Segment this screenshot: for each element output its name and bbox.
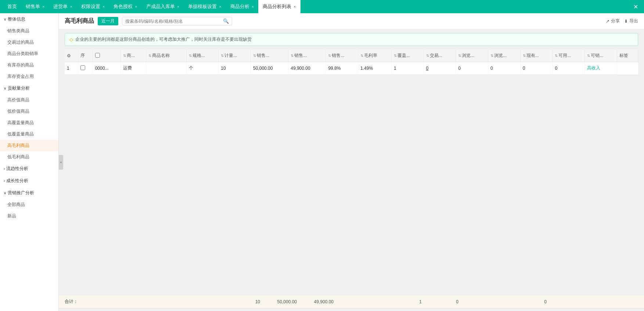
table-settings-header[interactable]: ⚙: [65, 50, 78, 62]
sidebar-group-流趋性分析[interactable]: ›流趋性分析: [0, 163, 58, 175]
info-icon: ◇: [69, 37, 73, 42]
sort-icon: ⇅: [587, 54, 590, 58]
table-col-5[interactable]: ⇅计量...: [219, 50, 251, 62]
arrow-down-icon: ∨: [4, 191, 6, 195]
sidebar-item-低价值商品[interactable]: 低价值商品: [0, 106, 58, 117]
sidebar-item-库存资金占用[interactable]: 库存资金占用: [0, 71, 58, 82]
arrow-down-icon: ∨: [4, 86, 6, 90]
search-input[interactable]: [125, 19, 223, 24]
sidebar-item-高价值商品[interactable]: 高价值商品: [0, 94, 58, 106]
nav-close-icon[interactable]: ×: [294, 4, 296, 9]
nav-close-icon[interactable]: ×: [219, 4, 221, 9]
row-spec: [146, 62, 186, 75]
nav-close-icon[interactable]: ×: [135, 4, 137, 9]
nav-item-单据模板设置[interactable]: 单据模板设置 ×: [184, 0, 226, 13]
table-col-8[interactable]: ⇅销售...: [326, 50, 358, 62]
window-close-button[interactable]: ✕: [630, 3, 641, 10]
sidebar-item-销售类商品[interactable]: 销售类商品: [0, 25, 58, 37]
nav-item-权限设置[interactable]: 权限设置 ×: [77, 0, 109, 13]
table-wrapper[interactable]: ⚙序⇅商...⇅商品名称⇅规格...⇅计量...⇅销售...⇅销售...⇅销售.…: [59, 46, 644, 295]
sort-icon: ⇅: [328, 54, 331, 58]
sidebar-item-商品分类助销率[interactable]: 商品分类助销率: [0, 48, 58, 59]
header-actions: ↗ 分享 ⬇ 导出: [606, 18, 638, 24]
sidebar-item-有库存的商品[interactable]: 有库存的商品: [0, 59, 58, 71]
table-col-11[interactable]: ⇅交易...: [424, 50, 456, 62]
sort-icon: ⇅: [555, 54, 558, 58]
table-col-9[interactable]: ⇅毛利率: [358, 50, 392, 62]
sidebar-item-高毛利商品[interactable]: 高毛利商品: [0, 140, 58, 151]
nav-close-icon[interactable]: ×: [42, 4, 44, 9]
table-col-16[interactable]: ⇅可销...: [585, 50, 617, 62]
table-col-3[interactable]: ⇅商品名称: [146, 50, 186, 62]
sort-icon: ⇅: [523, 54, 526, 58]
sidebar-group-贡献量分析[interactable]: ∨贡献量分析: [0, 82, 58, 94]
sidebar-group-整体信息[interactable]: ∨整体信息: [0, 13, 58, 25]
sort-icon: ⇅: [148, 54, 151, 58]
sidebar-item-新品[interactable]: 新品: [0, 210, 58, 222]
horizontal-scrollbar[interactable]: [59, 308, 644, 311]
table-col-10[interactable]: ⇅覆盖...: [391, 50, 424, 62]
nav-item-商品分析[interactable]: 商品分析 ×: [226, 0, 258, 13]
table-header: ⚙序⇅商...⇅商品名称⇅规格...⇅计量...⇅销售...⇅销售...⇅销售.…: [65, 50, 638, 62]
content-area: 高毛利商品 近一月 🔍 ↗ 分享 ⬇ 导出 ◇ 企业的主要的利润都是这部分商品创…: [59, 13, 644, 311]
sidebar-item-低覆盖量商品[interactable]: 低覆盖量商品: [0, 129, 58, 140]
nav-close-icon[interactable]: ×: [70, 4, 72, 9]
sidebar-group-营销推广分析[interactable]: ∨营销推广分析: [0, 187, 58, 199]
row-browse1[interactable]: 0: [424, 62, 456, 75]
main-layout: ∨整体信息销售类商品交易过的商品商品分类助销率有库存的商品库存资金占用∨贡献量分…: [0, 13, 644, 311]
nav-item-销售单[interactable]: 销售单 ×: [21, 0, 49, 13]
nav-item-首页[interactable]: 首页: [3, 0, 21, 13]
sidebar: ∨整体信息销售类商品交易过的商品商品分类助销率有库存的商品库存资金占用∨贡献量分…: [0, 13, 59, 311]
table-col-12[interactable]: ⇅浏览...: [456, 50, 488, 62]
sidebar-collapse-handle[interactable]: «: [59, 155, 63, 170]
table-col-7[interactable]: ⇅销售...: [288, 50, 326, 62]
search-box: 🔍: [122, 17, 232, 25]
search-icon[interactable]: 🔍: [223, 18, 229, 24]
table-col-2[interactable]: ⇅商...: [121, 50, 146, 62]
nav-close-icon[interactable]: ×: [102, 4, 105, 9]
select-all-checkbox[interactable]: [95, 53, 100, 58]
table-col-15[interactable]: ⇅可用...: [553, 50, 585, 62]
sort-icon: ⇅: [189, 54, 192, 58]
row-index: 1: [65, 62, 78, 75]
table-col-6[interactable]: ⇅销售...: [251, 50, 288, 62]
footer-browse1: 0: [429, 299, 458, 304]
row-checkbox[interactable]: [80, 65, 85, 70]
footer-sales3: 49,900.00: [304, 299, 334, 304]
arrow-down-icon: ∨: [4, 17, 6, 21]
nav-item-进货单[interactable]: 进货单 ×: [49, 0, 76, 13]
sidebar-item-全部商品[interactable]: 全部商品: [0, 199, 58, 210]
export-button[interactable]: ⬇ 导出: [624, 18, 638, 24]
nav-item-产成品入库单[interactable]: 产成品入库单 ×: [142, 0, 184, 13]
row-unit: 个: [186, 62, 219, 75]
sort-icon: ⇅: [360, 54, 363, 58]
nav-item-角色授权[interactable]: 角色授权 ×: [109, 0, 141, 13]
nav-item-商品分析列表[interactable]: 商品分析列表 ×: [258, 0, 300, 13]
sidebar-group-成长性分析[interactable]: ›成长性分析: [0, 175, 58, 187]
row-browse2: 0: [456, 62, 488, 75]
arrow-right-icon: ›: [4, 179, 5, 183]
sidebar-item-交易过的商品[interactable]: 交易过的商品: [0, 37, 58, 48]
nav-close-icon[interactable]: ×: [177, 4, 179, 9]
row-name: 运费: [121, 62, 146, 75]
row-sales-amount: 50,000.00: [251, 62, 288, 75]
footer-label: 合计：: [65, 299, 78, 305]
table-body: 10000...运费个1050,000.0049,900.0099.8%1.49…: [65, 62, 638, 75]
row-checkbox-cell[interactable]: [78, 62, 93, 75]
table-col-13[interactable]: ⇅浏览...: [488, 50, 521, 62]
table-col-14[interactable]: ⇅现有...: [520, 50, 553, 62]
sort-icon: ⇅: [221, 54, 224, 58]
share-button[interactable]: ↗ 分享: [606, 18, 620, 24]
table-col-4[interactable]: ⇅规格...: [186, 50, 219, 62]
sidebar-item-高覆盖量商品[interactable]: 高覆盖量商品: [0, 117, 58, 129]
time-filter-button[interactable]: 近一月: [98, 17, 118, 25]
row-sales-qty: 10: [219, 62, 251, 75]
table-col-1: [93, 50, 120, 62]
sidebar-wrapper: ∨整体信息销售类商品交易过的商品商品分类助销率有库存的商品库存资金占用∨贡献量分…: [0, 13, 59, 311]
row-tag: 高收入: [585, 62, 617, 75]
row-current: 0: [488, 62, 521, 75]
nav-close-icon[interactable]: ×: [252, 4, 254, 9]
footer-sales1: 10: [231, 299, 260, 304]
sidebar-item-低毛利商品[interactable]: 低毛利商品: [0, 151, 58, 163]
info-banner: ◇ 企业的主要的利润都是这部分商品创造的，可考虑加大推广，同时关注库存是不要出现…: [65, 33, 638, 46]
